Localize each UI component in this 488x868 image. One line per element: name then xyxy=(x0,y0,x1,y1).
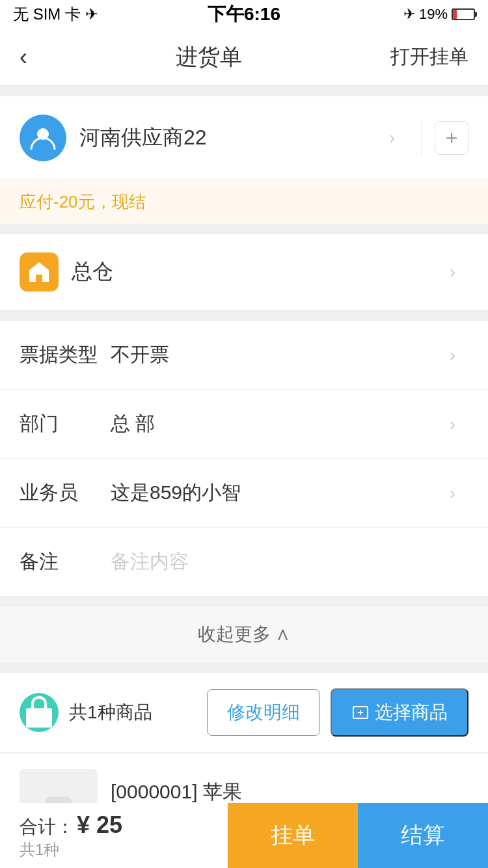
status-time: 下午6:16 xyxy=(208,2,280,27)
svg-rect-1 xyxy=(36,275,42,282)
sales-chevron-icon: › xyxy=(450,483,455,504)
supplier-name: 河南供应商22 xyxy=(79,124,389,152)
product-header: 共1种商品 修改明细 选择商品 xyxy=(0,673,488,752)
notice-bar: 应付-20元，现结 xyxy=(0,180,488,224)
supplier-chevron-icon: › xyxy=(389,128,395,148)
dept-label: 部门 xyxy=(20,411,111,437)
dept-chevron-icon: › xyxy=(450,414,455,435)
sim-status: 无 SIM 卡 ✈ xyxy=(13,4,98,25)
remark-placeholder: 备注内容 xyxy=(111,549,468,575)
hang-label: 挂单 xyxy=(271,821,315,850)
product-name: [0000001] 苹果 xyxy=(111,779,436,806)
sales-label: 业务员 xyxy=(20,480,111,506)
warehouse-chevron-icon: › xyxy=(450,262,455,282)
nav-bar: ‹ 进货单 打开挂单 xyxy=(0,29,488,86)
total-label: 合计： xyxy=(20,815,74,839)
warehouse-name: 总仓 xyxy=(72,258,450,286)
warehouse-row[interactable]: 总仓 › xyxy=(0,234,488,310)
hang-button[interactable]: 挂单 xyxy=(228,803,358,868)
svg-rect-2 xyxy=(26,708,52,727)
ticket-type-label: 票据类型 xyxy=(20,342,111,368)
product-count: 共1种商品 xyxy=(69,700,197,725)
collapse-label: 收起更多 ∧ xyxy=(198,624,291,644)
remark-label: 备注 xyxy=(20,549,111,575)
remark-row[interactable]: 备注 备注内容 xyxy=(0,527,488,596)
product-title: 苹果 xyxy=(203,781,242,802)
open-hang-button[interactable]: 打开挂单 xyxy=(390,44,468,70)
page-title: 进货单 xyxy=(176,42,242,72)
checkout-button[interactable]: 结算 xyxy=(358,803,488,868)
status-bar: 无 SIM 卡 ✈ 下午6:16 ✈ 19% xyxy=(0,0,488,29)
total-amount: ¥ 25 xyxy=(77,811,122,839)
location-icon: ✈ xyxy=(403,6,415,23)
divider xyxy=(421,121,422,155)
dept-row[interactable]: 部门 总 部 › xyxy=(0,389,488,458)
form-card: 票据类型 不开票 › 部门 总 部 › 业务员 这是859的小智 › 备注 备注… xyxy=(0,320,488,596)
product-icon xyxy=(20,693,59,732)
status-left: 无 SIM 卡 ✈ xyxy=(13,4,98,25)
sales-value: 这是859的小智 xyxy=(111,480,450,506)
ticket-chevron-icon: › xyxy=(450,345,455,366)
collapse-button[interactable]: 收起更多 ∧ xyxy=(0,606,488,662)
product-code: [0000001] xyxy=(111,781,197,802)
battery-level: 19% xyxy=(419,6,448,23)
total-count: 共1种 xyxy=(20,839,208,860)
footer: 合计： ¥ 25 共1种 挂单 结算 xyxy=(0,803,488,868)
ticket-type-row[interactable]: 票据类型 不开票 › xyxy=(0,320,488,389)
dept-value: 总 部 xyxy=(111,411,450,437)
checkout-label: 结算 xyxy=(401,821,445,850)
supplier-avatar xyxy=(20,115,66,161)
ticket-type-value: 不开票 xyxy=(111,342,450,368)
warehouse-card[interactable]: 总仓 › xyxy=(0,234,488,310)
battery-icon xyxy=(452,8,475,20)
supplier-card: 河南供应商22 › + 应付-20元，现结 xyxy=(0,96,488,224)
status-right: ✈ 19% xyxy=(403,6,475,23)
add-button[interactable]: + xyxy=(435,121,468,155)
supplier-row[interactable]: 河南供应商22 › + xyxy=(0,96,488,180)
warehouse-icon xyxy=(20,252,59,292)
main-content: 河南供应商22 › + 应付-20元，现结 总仓 › 票据类型 不开票 › xyxy=(0,96,488,868)
select-product-button[interactable]: 选择商品 xyxy=(331,688,468,737)
footer-total: 合计： ¥ 25 共1种 xyxy=(0,803,228,868)
sales-row[interactable]: 业务员 这是859的小智 › xyxy=(0,458,488,527)
select-product-label: 选择商品 xyxy=(375,700,448,725)
edit-detail-button[interactable]: 修改明细 xyxy=(207,689,320,736)
back-button[interactable]: ‹ xyxy=(20,44,27,71)
